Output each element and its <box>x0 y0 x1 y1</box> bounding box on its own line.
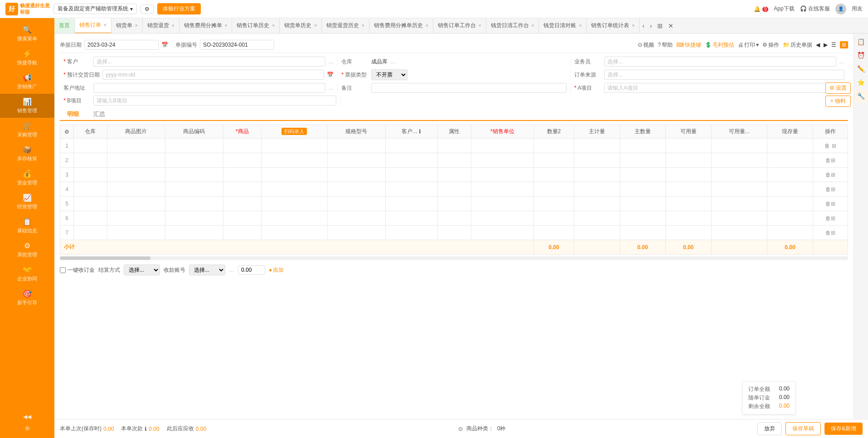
delete-icon[interactable]: 🗑 <box>825 201 831 207</box>
b-project-input[interactable] <box>93 96 336 106</box>
invoice-type-select[interactable]: 不开票 <box>371 69 407 80</box>
tab-close-icon[interactable]: × <box>225 23 228 28</box>
view-toggle-grid[interactable]: ⊞ <box>840 41 848 48</box>
tab-sales-stats[interactable]: 销售订单统计表 × <box>587 18 640 34</box>
calendar2-icon[interactable]: 📅 <box>327 72 334 78</box>
row-product[interactable] <box>223 153 261 168</box>
tab-close-icon[interactable]: × <box>104 23 107 28</box>
calendar-icon[interactable]: 📅 <box>161 42 168 48</box>
quick-checkout-checkbox[interactable]: 一键收订金 <box>60 266 95 274</box>
user-name[interactable]: 用友 <box>852 5 863 13</box>
profit-btn[interactable]: 💲 毛利预估 <box>705 41 734 49</box>
tab-nav-next[interactable]: › <box>647 18 655 34</box>
tab-summary[interactable]: 汇总 <box>86 108 112 120</box>
delete-icon[interactable]: 🗑 <box>825 157 831 164</box>
sidebar-item-sales[interactable]: 📊 销售管理 <box>0 94 54 118</box>
tab-sales-slip[interactable]: 销货单 × <box>112 18 143 34</box>
copy-icon[interactable]: ⊞ <box>831 172 835 178</box>
copy-icon[interactable]: ⊞ <box>831 201 835 207</box>
row-attribute[interactable] <box>437 153 471 168</box>
remark-input[interactable] <box>371 83 567 93</box>
row-warehouse[interactable] <box>74 153 107 168</box>
sidebar-item-purchase[interactable]: 🛒 采购管理 <box>0 118 54 142</box>
payment-method-select[interactable]: 选择... <box>124 265 160 275</box>
sidebar-item-marketing[interactable]: 📢 营销推广 <box>0 70 54 94</box>
row-attribute[interactable] <box>437 139 471 153</box>
industry-solution-button[interactable]: 体验行业方案 <box>157 3 201 14</box>
sidebar-item-search[interactable]: 🔍 搜索菜单 <box>0 22 54 46</box>
row-main-quantity[interactable] <box>620 153 665 168</box>
tab-close-icon[interactable]: × <box>135 23 138 28</box>
tab-close-icon[interactable]: × <box>479 23 481 28</box>
copy-icon[interactable]: ⊞ <box>832 143 836 149</box>
tab-close-icon[interactable]: × <box>172 23 175 28</box>
right-icon-star[interactable]: ⭐ <box>855 76 868 89</box>
nav-prev-icon[interactable]: ◀ <box>816 42 820 48</box>
row-main-quantity[interactable] <box>620 139 665 153</box>
tab-close-icon[interactable]: × <box>362 23 364 28</box>
tab-close-icon[interactable]: × <box>532 23 534 28</box>
preview-btn[interactable]: ⊙ 视频 <box>638 41 654 49</box>
col-settings-header[interactable]: ⚙ <box>60 125 74 139</box>
tab-close-icon[interactable]: × <box>579 23 582 28</box>
copy-icon[interactable]: ⊞ <box>831 215 835 221</box>
tab-sales-return-history[interactable]: 销货退货历史 × <box>322 18 369 34</box>
right-icon-tool[interactable]: 🔧 <box>855 90 868 102</box>
salesperson-input[interactable] <box>604 57 836 67</box>
order-source-input[interactable] <box>604 70 844 80</box>
a-project-input[interactable] <box>604 83 844 93</box>
view-toggle-list[interactable]: ☰ <box>831 42 836 48</box>
history-btn[interactable]: 📁 历史单据 <box>783 41 812 49</box>
delete-icon[interactable]: 🗑 <box>825 186 831 193</box>
delete-icon[interactable]: 🗑 <box>825 230 831 236</box>
address-dots[interactable]: … <box>328 85 334 91</box>
settings-icon-btn[interactable]: ⚙ <box>141 5 154 14</box>
tab-nav-close-all[interactable]: ✕ <box>665 18 676 34</box>
row-warehouse[interactable] <box>74 139 107 153</box>
sidebar-item-business[interactable]: 📈 经营管理 <box>0 190 54 214</box>
tab-daily-clear-reconcile[interactable]: 钱货日清对账 × <box>539 18 587 34</box>
sidebar-item-finance[interactable]: 💰 资金管理 <box>0 166 54 190</box>
add-payment-btn[interactable]: ● 添加 <box>269 266 284 274</box>
right-icon-clock[interactable]: ⏰ <box>855 49 868 62</box>
delete-icon[interactable]: 🗑 <box>825 215 831 221</box>
discard-button[interactable]: 放弃 <box>757 422 782 435</box>
delivery-date-input[interactable] <box>102 70 324 80</box>
salesperson-dots[interactable]: … <box>839 58 844 65</box>
app-download-link[interactable]: App下载 <box>774 5 794 13</box>
customer-input[interactable] <box>93 57 325 67</box>
tab-close-icon[interactable]: × <box>632 23 635 28</box>
sidebar-item-base[interactable]: 📋 基础信息 <box>0 214 54 238</box>
online-service-link[interactable]: 🎧 在线客服 <box>800 5 830 13</box>
operation-btn[interactable]: ⚙ 操作 <box>762 41 779 49</box>
tab-close-icon[interactable]: × <box>314 23 317 28</box>
tab-sales-fee[interactable]: 销售费用分摊单 × <box>179 18 233 34</box>
tab-sales-return[interactable]: 销货退货 × <box>143 18 179 34</box>
copy-icon[interactable]: ⊞ <box>831 157 835 164</box>
horizontal-scrollbar[interactable] <box>60 256 848 260</box>
row-customer-ref[interactable] <box>385 139 437 153</box>
customer-dots[interactable]: … <box>328 58 334 65</box>
save-new-button[interactable]: 保存&新增 <box>824 423 863 435</box>
shortcut-btn[interactable]: ⌨ 快捷键 <box>676 41 701 49</box>
tab-sales-workbench[interactable]: 销售订单工作台 × <box>433 18 486 34</box>
row-product-code[interactable] <box>165 153 223 168</box>
sidebar-item-inventory[interactable]: 📦 库存核算 <box>0 142 54 166</box>
warehouse-dots[interactable]: … <box>390 58 396 65</box>
row-sales-unit[interactable] <box>471 153 533 168</box>
tab-nav-more[interactable]: ⊞ <box>655 18 665 34</box>
sidebar-item-collab[interactable]: 🤝 企业协同 <box>0 262 54 286</box>
tab-nav-prev[interactable]: ‹ <box>640 18 647 34</box>
tab-detail[interactable]: 明细 <box>60 108 86 121</box>
date-input[interactable] <box>84 40 159 50</box>
tab-daily-clear-workbench[interactable]: 钱货日清工作台 × <box>486 18 539 34</box>
save-draft-button[interactable]: 保存草稿 <box>786 422 821 435</box>
tab-close-icon[interactable]: × <box>426 23 428 28</box>
sidebar-item-system[interactable]: ⚙ 系统管理 <box>0 238 54 262</box>
tab-sales-order[interactable]: 销售订单 × <box>75 18 112 34</box>
row-customer-ref[interactable] <box>385 153 437 168</box>
dots-icon[interactable]: … <box>229 267 234 273</box>
sidebar-settings-btn[interactable]: ⚙ <box>0 423 54 434</box>
scrollbar-thumb[interactable] <box>60 256 150 260</box>
tab-sales-order-history[interactable]: 销售订单历史 × <box>232 18 280 34</box>
